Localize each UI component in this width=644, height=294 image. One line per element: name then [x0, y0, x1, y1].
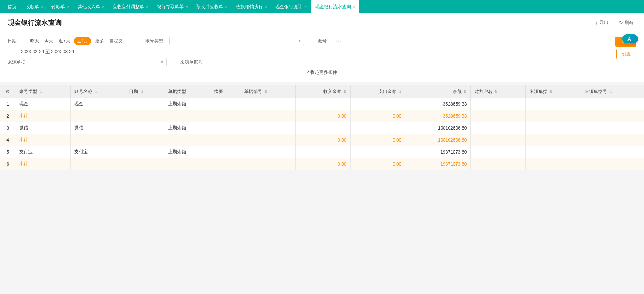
cell-summary — [210, 98, 240, 110]
close-icon[interactable]: × — [225, 4, 227, 9]
cell-expense: 0.00 — [350, 110, 405, 122]
cell-balance: -3528659.33 — [405, 98, 471, 110]
sort-icon[interactable]: ⇅ — [39, 90, 42, 94]
close-icon[interactable]: × — [186, 4, 188, 9]
cell-income — [296, 98, 351, 110]
cell-income — [296, 122, 351, 134]
filter-row-2: 来源单据 ▾ 来源单据号 — [8, 58, 591, 66]
cell-counterpart — [471, 134, 526, 146]
nav-tab-3[interactable]: 应收应付调整单 × — [109, 0, 152, 13]
nav-home[interactable]: 首页 — [3, 0, 21, 13]
cell-doc-type: 上期余额 — [164, 98, 210, 110]
col-income: 收入金额 ⇅ — [296, 85, 351, 98]
sort-icon[interactable]: ⇅ — [495, 90, 498, 94]
cell-account-name: 微信 — [70, 122, 125, 134]
row-number: 4 — [0, 134, 15, 146]
sort-icon[interactable]: ⇅ — [94, 90, 97, 94]
cell-account-type: 小计 — [15, 134, 71, 146]
yesterday-btn[interactable]: 昨天 — [29, 37, 41, 45]
account-type-select[interactable]: ▾ — [169, 37, 304, 45]
col-doc-no-label: 单据编号 — [244, 89, 262, 94]
cell-source-doc-no — [581, 146, 644, 158]
filter-row-1: 日期 昨天 今天 近7天 近1月 更多 自定义 账号类型 ▾ 账号 ··· — [8, 37, 591, 45]
cell-doc-no — [240, 146, 296, 158]
cell-account-type: 小计 — [15, 158, 71, 170]
refresh-button[interactable]: ↻ 刷新 — [616, 18, 636, 27]
recent7-btn[interactable]: 近7天 — [57, 37, 72, 45]
source-doc-no-input[interactable] — [209, 58, 347, 66]
today-btn[interactable]: 今天 — [43, 37, 55, 45]
account-label: 账号 — [318, 38, 327, 44]
nav-tab-7[interactable]: 现金银行统计 × — [272, 0, 310, 13]
col-doc-type-label: 单据类型 — [168, 89, 186, 94]
header-row: ⚙ 账号类型 ⇅ 账号名称 ⇅ 日期 ⇅ 单据类型 摘要 — [0, 85, 644, 98]
cell-source-doc-no — [581, 98, 644, 110]
cell-balance: 100102606.60 — [405, 122, 471, 134]
cell-source-doc-no — [581, 134, 644, 146]
sort-icon[interactable]: ⇅ — [140, 90, 143, 94]
row-number: 3 — [0, 122, 15, 134]
table-header: ⚙ 账号类型 ⇅ 账号名称 ⇅ 日期 ⇅ 单据类型 摘要 — [0, 85, 644, 98]
close-icon[interactable]: × — [41, 4, 43, 9]
nav-tab-1[interactable]: 付款单 × — [48, 0, 73, 13]
nav-tab-6[interactable]: 收款核销执行 × — [232, 0, 271, 13]
cell-income: 0.00 — [296, 110, 351, 122]
col-income-label: 收入金额 — [323, 89, 341, 94]
sort-icon[interactable]: ⇅ — [344, 90, 347, 94]
table-row: 1现金现金上期余额-3528659.33 — [0, 98, 644, 110]
col-gear[interactable]: ⚙ — [0, 85, 15, 98]
row-number: 5 — [0, 146, 15, 158]
row-number: 2 — [0, 110, 15, 122]
nav-tab-8[interactable]: 现金银行流水查询 × — [311, 0, 359, 13]
col-balance-label: 余额 — [453, 89, 462, 94]
close-icon[interactable]: × — [353, 4, 355, 9]
cell-balance: 19871073.60 — [405, 158, 471, 170]
sort-icon[interactable]: ⇅ — [398, 90, 401, 94]
sort-icon[interactable]: ⇅ — [609, 90, 612, 94]
sort-icon[interactable]: ⇅ — [549, 90, 552, 94]
close-icon[interactable]: × — [265, 4, 267, 9]
nav-tab-4[interactable]: 银行存取款单 × — [153, 0, 192, 13]
custom-btn[interactable]: 自定义 — [108, 37, 124, 45]
close-icon[interactable]: × — [67, 4, 69, 9]
filter-top-section: 日期 昨天 今天 近7天 近1月 更多 自定义 账号类型 ▾ 账号 ··· — [8, 37, 636, 66]
table-row: 3微信微信上期余额100102606.60 — [0, 122, 644, 134]
recent1m-btn[interactable]: 近1月 — [74, 37, 92, 45]
cell-account-type: 支付宝 — [15, 146, 71, 158]
cell-summary — [210, 122, 240, 134]
close-icon[interactable]: × — [304, 4, 306, 9]
sort-icon[interactable]: ⇅ — [464, 90, 467, 94]
cell-doc-type — [164, 158, 210, 170]
settings-button[interactable]: 设置 — [616, 49, 636, 59]
nav-tab-5[interactable]: 预收冲应收单 × — [192, 0, 231, 13]
col-source-doc-no: 来源单据号 ⇅ — [581, 85, 644, 98]
cell-account-name: 支付宝 — [70, 146, 125, 158]
col-source-doc-no-label: 来源单据号 — [585, 89, 607, 94]
date-range-display: 2023-02-24 至 2023-03-24 — [20, 49, 591, 55]
cell-doc-no — [240, 134, 296, 146]
cell-counterpart — [471, 110, 526, 122]
more-btn[interactable]: 更多 — [93, 37, 105, 45]
cell-summary — [210, 158, 240, 170]
cell-source-doc — [526, 134, 581, 146]
settings-icon[interactable]: ⚙ — [6, 89, 10, 94]
export-button[interactable]: ↑ 导出 — [593, 18, 612, 27]
row-number: 6 — [0, 158, 15, 170]
nav-tab-0[interactable]: 收款单 × — [22, 0, 47, 13]
nav-tab-2[interactable]: 其他收入单 × — [74, 0, 108, 13]
close-icon[interactable]: × — [102, 4, 104, 9]
close-icon[interactable]: × — [146, 4, 148, 9]
account-dots[interactable]: ··· — [336, 38, 342, 43]
ai-badge[interactable]: Ai — [622, 34, 638, 43]
cell-doc-type — [164, 110, 210, 122]
cell-account-type: 微信 — [15, 122, 71, 134]
cell-balance: -3528659.33 — [405, 110, 471, 122]
source-doc-select[interactable]: ▾ — [32, 58, 167, 66]
col-account-type: 账号类型 ⇅ — [15, 85, 71, 98]
cell-account-type: 小计 — [15, 110, 71, 122]
sort-icon[interactable]: ⇅ — [264, 90, 267, 94]
cell-expense — [350, 122, 405, 134]
col-source-doc: 来源单据 ⇅ — [526, 85, 581, 98]
top-navigation: 首页 收款单 × 付款单 × 其他收入单 × 应收应付调整单 × 银行存取款单 … — [0, 0, 644, 13]
collapse-more-button[interactable]: ∧ 收起更多条件 — [8, 68, 636, 77]
